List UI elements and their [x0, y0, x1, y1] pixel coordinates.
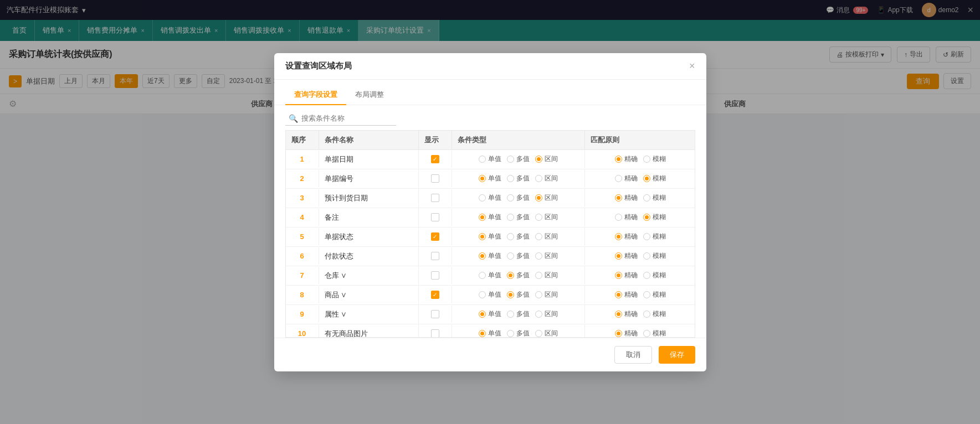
tab-layout-adjust[interactable]: 布局调整 [346, 85, 393, 105]
tab-query-fields[interactable]: 查询字段设置 [285, 85, 346, 105]
dialog-title: 设置查询区域布局 [285, 61, 352, 71]
search-icon: 🔍 [289, 114, 298, 115]
dialog-close-button[interactable]: × [689, 61, 695, 71]
dialog-header: 设置查询区域布局 × [274, 53, 706, 80]
dialog-overlay: 设置查询区域布局 × 查询字段设置 布局调整 🔍 顺序 条件名称 显示 [0, 0, 980, 114]
settings-dialog: 设置查询区域布局 × 查询字段设置 布局调整 🔍 顺序 条件名称 显示 [274, 53, 706, 115]
dialog-search-area: 🔍 [274, 105, 706, 115]
dialog-tabs: 查询字段设置 布局调整 [274, 80, 706, 105]
tab-layout-adjust-label: 布局调整 [355, 90, 384, 99]
tab-query-fields-label: 查询字段设置 [294, 90, 337, 99]
search-box: 🔍 [285, 112, 396, 115]
